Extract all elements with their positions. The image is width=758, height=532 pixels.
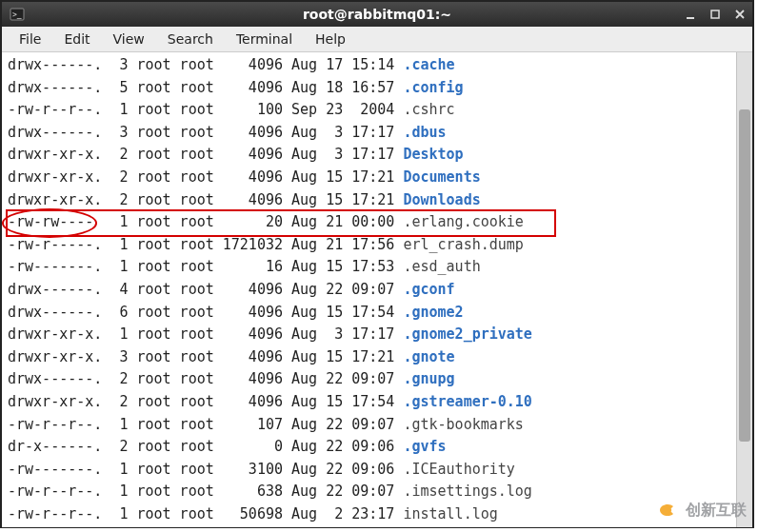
table-row: drwxr-xr-x. 3 root root 4096 Aug 15 17:2… [8,346,747,369]
table-row: drwx------. 5 root root 4096 Aug 18 16:5… [8,77,747,100]
table-row: -rw-------. 1 root root 3100 Aug 22 09:0… [8,459,747,482]
row-filename: .dbus [403,124,446,141]
row-filename: .gtk-bookmarks [403,416,523,433]
row-filename: .config [403,79,463,96]
table-row: drwxr-xr-x. 1 root root 4096 Aug 3 17:17… [8,324,747,346]
table-row: drwxr-xr-x. 2 root root 4096 Aug 15 17:2… [8,189,747,212]
maximize-button[interactable] [703,2,728,27]
row-meta: -rw-r--r--. 1 root root 638 Aug 22 09:07 [8,483,403,500]
row-meta: -rw-r--r--. 1 root root 100 Sep 23 2004 [8,101,403,118]
row-filename: .ICEauthority [403,461,514,478]
table-row: -rw-r-----. 1 root root 1721032 Aug 21 1… [8,234,747,257]
menu-view[interactable]: View [102,29,156,49]
table-row: -rw-------. 1 root root 16 Aug 15 17:53 … [8,256,747,279]
table-row: drwx------. 4 root root 4096 Aug 22 09:0… [8,279,747,302]
titlebar[interactable]: >_ root@rabbitmq01:~ [2,2,752,27]
row-meta: drwxr-xr-x. 2 root root 4096 Aug 3 17:17 [8,146,403,163]
minimize-button[interactable] [678,2,703,27]
row-meta: -rw-r-----. 1 root root 1721032 Aug 21 1… [8,236,403,253]
table-row: -rw-r--r--. 1 root root 50698 Aug 2 23:1… [8,503,747,526]
table-row: -rw-r--r--. 1 root root 10031 Aug 2 23:1… [8,525,747,527]
row-meta: drwxr-xr-x. 3 root root 4096 Aug 15 17:2… [8,348,403,365]
row-filename: .esd_auth [403,258,480,275]
row-filename: Documents [403,168,480,186]
row-filename: .gnome2_private [403,325,531,343]
table-row: drwx------. 3 root root 4096 Aug 3 17:17… [8,122,747,145]
row-filename: .gnote [403,348,454,365]
row-meta: drwx------. 4 root root 4096 Aug 22 09:0… [8,281,403,298]
row-filename: install.log [403,505,497,522]
table-row: drwxr-xr-x. 2 root root 4096 Aug 15 17:2… [8,167,747,189]
table-row: dr-x------. 2 root root 0 Aug 22 09:06 .… [8,436,747,459]
row-meta: drwx------. 5 root root 4096 Aug 18 16:5… [8,79,403,96]
row-filename: .erlang.cookie [403,213,523,230]
close-button[interactable] [728,2,752,27]
row-meta: drwxr-xr-x. 2 root root 4096 Aug 15 17:2… [8,168,403,186]
row-filename: erl_crash.dump [403,236,523,253]
row-meta: -rw-r--r--. 1 root root 107 Aug 22 09:07 [8,416,403,433]
row-meta: drwxr-xr-x. 2 root root 4096 Aug 15 17:2… [8,191,403,208]
terminal-area[interactable]: drwx------. 3 root root 4096 Aug 17 15:1… [2,52,752,527]
table-row: drwx------. 2 root root 4096 Aug 22 09:0… [8,368,747,391]
svg-text:>_: >_ [12,10,22,19]
row-meta: drwxr-xr-x. 2 root root 4096 Aug 15 17:5… [8,393,403,410]
row-filename: .gnupg [403,370,454,387]
menu-terminal[interactable]: Terminal [225,29,304,49]
row-meta: -rw-r--r--. 1 root root 50698 Aug 2 23:1… [8,505,403,522]
scrollbar-vertical[interactable] [736,52,752,527]
table-row: drwxr-xr-x. 2 root root 4096 Aug 3 17:17… [8,144,747,167]
row-meta: -rw-rw---- 1 root root 20 Aug 21 00:00 [8,213,403,230]
svg-rect-2 [687,17,694,19]
row-meta: drwx------. 6 root root 4096 Aug 15 17:5… [8,304,403,321]
terminal-output: drwx------. 3 root root 4096 Aug 17 15:1… [2,52,752,527]
window-controls [678,2,752,27]
table-row: drwx------. 6 root root 4096 Aug 15 17:5… [8,302,747,325]
row-meta: drwx------. 3 root root 4096 Aug 3 17:17 [8,124,403,141]
table-row: -rw-r--r--. 1 root root 107 Aug 22 09:07… [8,414,747,437]
table-row: drwxr-xr-x. 2 root root 4096 Aug 15 17:5… [8,391,747,414]
table-row: drwx------. 3 root root 4096 Aug 17 15:1… [8,54,747,77]
menu-file[interactable]: File [8,29,52,49]
row-filename: .cshrc [403,101,454,118]
row-filename: .gnome2 [403,304,463,321]
scrollbar-thumb[interactable] [739,109,750,442]
row-filename: .imsettings.log [403,483,531,500]
table-row: -rw-rw---- 1 root root 20 Aug 21 00:00 .… [8,211,747,234]
app-icon: >_ [8,5,27,24]
window-title: root@rabbitmq01:~ [2,7,752,22]
terminal-window: >_ root@rabbitmq01:~ File Edit View Sear… [0,0,754,528]
row-meta: drwxr-xr-x. 1 root root 4096 Aug 3 17:17 [8,325,403,343]
row-meta: dr-x------. 2 root root 0 Aug 22 09:06 [8,438,403,455]
row-filename: .gstreamer-0.10 [403,393,531,410]
menu-edit[interactable]: Edit [52,29,101,49]
row-meta: drwx------. 3 root root 4096 Aug 17 15:1… [8,56,403,73]
table-row: -rw-r--r--. 1 root root 100 Sep 23 2004 … [8,99,747,122]
menu-search[interactable]: Search [156,29,225,49]
menubar: File Edit View Search Terminal Help [2,27,752,52]
svg-rect-3 [711,10,719,18]
row-meta: -rw-------. 1 root root 3100 Aug 22 09:0… [8,461,403,478]
table-row: -rw-r--r--. 1 root root 638 Aug 22 09:07… [8,481,747,503]
row-meta: drwx------. 2 root root 4096 Aug 22 09:0… [8,370,403,387]
row-filename: .gconf [403,281,454,298]
menu-help[interactable]: Help [304,29,357,49]
row-filename: Downloads [403,191,480,208]
row-meta: -rw-------. 1 root root 16 Aug 15 17:53 [8,258,403,275]
row-filename: Desktop [403,146,463,163]
row-filename: .cache [403,56,454,73]
row-filename: .gvfs [403,438,446,455]
